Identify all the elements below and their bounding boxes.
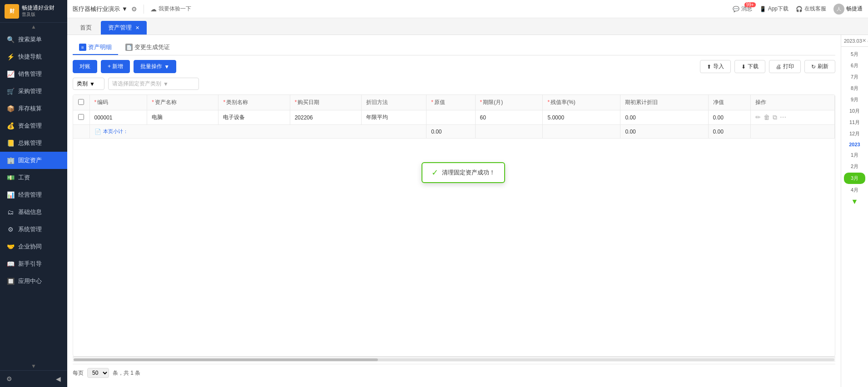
page-size-select[interactable]: 50 bbox=[87, 368, 109, 378]
online-service-label: 在线客服 bbox=[804, 5, 826, 13]
sidebar-item-finance[interactable]: 💰 资金管理 bbox=[0, 117, 67, 134]
sidebar-item-basic-info[interactable]: 🗂 基础信息 bbox=[0, 203, 67, 221]
tab-home[interactable]: 首页 bbox=[73, 21, 99, 35]
print-button[interactable]: 🖨 打印 bbox=[769, 60, 801, 73]
user-menu[interactable]: 人 畅捷通 bbox=[833, 4, 863, 15]
sidebar-item-label: 搜索菜单 bbox=[18, 35, 42, 44]
message-badge: 99+ bbox=[744, 2, 756, 7]
sidebar-item-label: 库存核算 bbox=[18, 104, 42, 113]
header-code: *编码 bbox=[89, 95, 147, 110]
settings-icon[interactable]: ⚙ bbox=[6, 375, 12, 382]
scrollbar-track[interactable] bbox=[74, 358, 834, 361]
timeline-month-10[interactable]: 10月 bbox=[841, 105, 868, 117]
timeline-month-4[interactable]: 4月 bbox=[841, 184, 868, 196]
header-initial-depreciation: 期初累计折旧 bbox=[620, 95, 708, 110]
download-button[interactable]: ⬇ 下载 bbox=[734, 60, 765, 73]
timeline-scroll-down-icon[interactable]: ▼ bbox=[851, 198, 858, 206]
select-all-checkbox[interactable] bbox=[78, 99, 84, 105]
cooperation-icon: 🤝 bbox=[6, 243, 15, 250]
company-selector[interactable]: 医疗器械行业演示 ▼ bbox=[73, 5, 128, 13]
sub-tab-asset-detail[interactable]: ≡ 资产明细 bbox=[73, 40, 118, 55]
header-checkbox-cell bbox=[73, 95, 89, 110]
main-area: 医疗器械行业演示 ▼ ⚙ ☁ 我要体验一下 💬 消息 99+ 📱 App下载 🎧… bbox=[67, 0, 868, 387]
batch-ops-button[interactable]: 批量操作 ▼ bbox=[134, 60, 176, 73]
sidebar-item-inventory[interactable]: 📦 库存核算 bbox=[0, 100, 67, 117]
guide-icon: 📖 bbox=[6, 260, 15, 268]
cloud-icon: ☁ bbox=[150, 5, 157, 13]
header-period: *期限(月) bbox=[475, 95, 543, 110]
timeline-year-2023[interactable]: 2023 bbox=[841, 139, 868, 149]
company-name: 医疗器械行业演示 bbox=[73, 5, 120, 13]
timeline-month-3-current[interactable]: 3月 bbox=[844, 173, 865, 184]
purchase-icon: 🛒 bbox=[6, 88, 15, 95]
content-main: ≡ 资产明细 📄 变更生成凭证 对账 + 新增 批量操作 ▼ ⬆ bbox=[67, 35, 841, 387]
row-checkbox-cell bbox=[73, 110, 89, 125]
asset-tab-label: 资产管理 bbox=[108, 24, 132, 32]
cell-code: 000001 bbox=[89, 110, 147, 125]
tab-close-icon[interactable]: ✕ bbox=[135, 25, 139, 31]
sidebar-scroll-up[interactable]: ▲ bbox=[31, 24, 36, 30]
message-button[interactable]: 💬 消息 99+ bbox=[733, 5, 752, 13]
logo-text: 畅捷通好业财 bbox=[22, 5, 55, 12]
horizontal-scrollbar[interactable] bbox=[73, 357, 835, 362]
timeline-month-5[interactable]: 5月 bbox=[841, 49, 868, 60]
subtotal-row: 📄 本页小计： 0.00 0.00 0.00 bbox=[73, 125, 835, 139]
sidebar-item-salary[interactable]: 💵 工资 bbox=[0, 169, 67, 186]
timeline-month-1[interactable]: 1月 bbox=[841, 149, 868, 161]
sub-tab-change-voucher[interactable]: 📄 变更生成凭证 bbox=[119, 40, 176, 55]
sidebar-item-fixed-asset[interactable]: 🏢 固定资产 bbox=[0, 152, 67, 169]
subtotal-residual-empty bbox=[543, 125, 620, 139]
download-icon: ⬇ bbox=[741, 64, 746, 70]
tab-asset-mgmt[interactable]: 资产管理 ✕ bbox=[101, 21, 147, 35]
sidebar-item-system[interactable]: ⚙ 系统管理 bbox=[0, 221, 67, 238]
table: *编码 *资产名称 *类别名称 *购买日期 折旧方法 *原值 *期限(月) *残… bbox=[73, 95, 835, 139]
sidebar-item-purchase[interactable]: 🛒 采购管理 bbox=[0, 83, 67, 100]
category-filter[interactable]: 类别 ▼ bbox=[73, 78, 104, 90]
collapse-icon[interactable]: ◀ bbox=[56, 375, 61, 382]
category-value-filter[interactable]: 请选择固定资产类别 ▼ bbox=[108, 78, 199, 90]
more-icon[interactable]: ⋯ bbox=[780, 114, 786, 121]
timeline-month-8[interactable]: 8月 bbox=[841, 83, 868, 94]
sidebar-item-operations[interactable]: 📊 经营管理 bbox=[0, 186, 67, 203]
experience-button[interactable]: ☁ 我要体验一下 bbox=[150, 5, 191, 13]
sidebar-item-quick-nav[interactable]: ⚡ 快捷导航 bbox=[0, 48, 67, 65]
sales-icon: 📈 bbox=[6, 70, 15, 78]
sidebar-item-guide[interactable]: 📖 新手引导 bbox=[0, 255, 67, 273]
settings-button[interactable]: ⚙ bbox=[131, 5, 137, 13]
sidebar-item-search[interactable]: 🔍 搜索菜单 bbox=[0, 31, 67, 48]
cell-actions: ✏ 🗑 ⧉ ⋯ bbox=[751, 110, 835, 125]
sidebar-item-cooperation[interactable]: 🤝 企业协同 bbox=[0, 238, 67, 255]
sidebar-item-label: 快捷导航 bbox=[18, 53, 42, 61]
timeline-month-2[interactable]: 2月 bbox=[841, 161, 868, 172]
timeline-month-9[interactable]: 9月 bbox=[841, 94, 868, 105]
sidebar-item-ledger[interactable]: 📒 总账管理 bbox=[0, 134, 67, 152]
import-button[interactable]: ⬆ 导入 bbox=[700, 60, 731, 73]
reconcile-button[interactable]: 对账 bbox=[73, 60, 97, 73]
toast-message: 清理固定资产成功！ bbox=[442, 169, 495, 177]
copy-icon[interactable]: ⧉ bbox=[773, 114, 777, 121]
delete-icon[interactable]: 🗑 bbox=[764, 114, 770, 121]
timeline-close-icon[interactable]: ✕ bbox=[862, 38, 866, 44]
toast-check-icon: ✓ bbox=[432, 168, 438, 178]
sidebar-item-app-center[interactable]: 🔲 应用中心 bbox=[0, 273, 67, 290]
pagination: 每页 50 条，共 1 条 bbox=[73, 364, 835, 382]
scrollbar-thumb[interactable] bbox=[74, 358, 378, 361]
header-residual-rate: *残值率(%) bbox=[543, 95, 620, 110]
timeline-sidebar: 2023.03 ✕ ⤢ 5月 6月 7月 8月 9月 10月 11月 12月 2… bbox=[841, 35, 868, 387]
timeline-month-12[interactable]: 12月 bbox=[841, 128, 868, 139]
timeline-month-11[interactable]: 11月 bbox=[841, 117, 868, 128]
refresh-button[interactable]: ↻ 刷新 bbox=[804, 60, 835, 73]
sidebar-scroll-down[interactable]: ▼ bbox=[31, 363, 36, 369]
sidebar-item-label: 应用中心 bbox=[18, 277, 42, 285]
online-service-button[interactable]: 🎧 在线客服 bbox=[796, 5, 826, 13]
sidebar-item-label: 系统管理 bbox=[18, 225, 42, 233]
edit-icon[interactable]: ✏ bbox=[755, 114, 761, 121]
row-checkbox[interactable] bbox=[78, 114, 84, 120]
timeline-month-6[interactable]: 6月 bbox=[841, 60, 868, 71]
app-download-button[interactable]: 📱 App下载 bbox=[759, 5, 789, 13]
cell-period: 60 bbox=[475, 110, 543, 125]
basic-info-icon: 🗂 bbox=[6, 208, 15, 216]
new-button[interactable]: + 新增 bbox=[101, 60, 130, 73]
sidebar-item-sales[interactable]: 📈 销售管理 bbox=[0, 65, 67, 83]
timeline-month-7[interactable]: 7月 bbox=[841, 71, 868, 83]
